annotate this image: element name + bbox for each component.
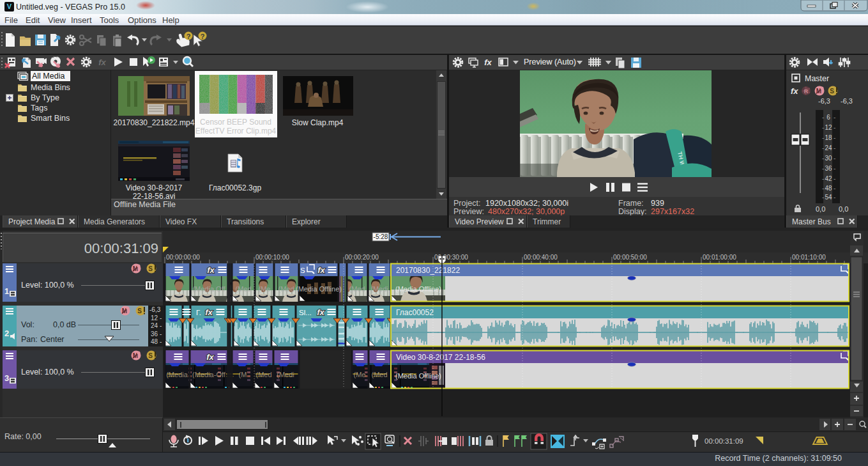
svg-text:20170830_221822: 20170830_221822 [396, 266, 460, 275]
svg-text:(Med: (Med [349, 285, 365, 293]
svg-text:Video 30-8-2017 22-18-56: Video 30-8-2017 22-18-56 [396, 353, 485, 362]
svg-text:00:01:10:00: 00:01:10:00 [792, 254, 826, 261]
svg-text:00:00:40:00: 00:00:40:00 [524, 254, 558, 261]
svg-text:00:00:31:09: 00:00:31:09 [704, 437, 743, 445]
svg-text:Глас00052: Глас00052 [396, 308, 434, 317]
svg-text:fx: fx [791, 86, 798, 96]
svg-text:Г.: Г. [196, 309, 201, 316]
svg-text:00:00:10:00: 00:00:10:00 [255, 254, 289, 261]
svg-text:(Med: (Med [255, 371, 271, 378]
svg-text:(Medi: (Medi [277, 371, 294, 378]
svg-text:(Me: (Me [354, 371, 366, 378]
svg-text:fx: fx [317, 265, 325, 275]
svg-text:00:00:00:00: 00:00:00:00 [166, 254, 200, 261]
svg-text:S: S [300, 267, 305, 274]
svg-text:(Media Offline): (Media Offline) [395, 372, 441, 380]
svg-text:(Media-Off: (Media-Off [192, 371, 226, 378]
svg-text:00:00:50:00: 00:00:50:00 [613, 254, 647, 261]
svg-text:Sl...: Sl... [299, 309, 312, 316]
svg-text:fx: fx [317, 307, 324, 317]
svg-text:S: S [830, 88, 834, 95]
svg-text:00:01:00:00: 00:01:00:00 [703, 254, 736, 261]
svg-text:fx: fx [205, 307, 213, 317]
svg-text:(Med: (Med [371, 371, 387, 378]
svg-text:fx: fx [207, 265, 215, 275]
svg-text:?: ? [201, 33, 205, 40]
svg-text:(Media Off: (Media Off [192, 285, 225, 293]
svg-text:(Media: (Media [166, 371, 188, 378]
svg-text:(Media Offline): (Media Offline) [395, 285, 441, 293]
svg-text:R: R [804, 88, 809, 95]
svg-text:(Med: (Med [235, 285, 251, 293]
svg-text:fx: fx [484, 58, 492, 67]
svg-text:-5:28: -5:28 [374, 233, 388, 240]
svg-text:(Media Offline): (Media Offline) [296, 285, 342, 293]
svg-text:(Me: (Me [259, 285, 271, 293]
svg-text:00:00:20:00: 00:00:20:00 [345, 254, 379, 261]
svg-text:fx: fx [98, 58, 106, 67]
svg-text:(M: (M [239, 371, 247, 378]
svg-text:fx: fx [206, 352, 214, 362]
svg-text:(Medi: (Medi [370, 285, 388, 293]
svg-text:?: ? [187, 33, 191, 40]
svg-text:(Med: (Med [278, 285, 294, 293]
